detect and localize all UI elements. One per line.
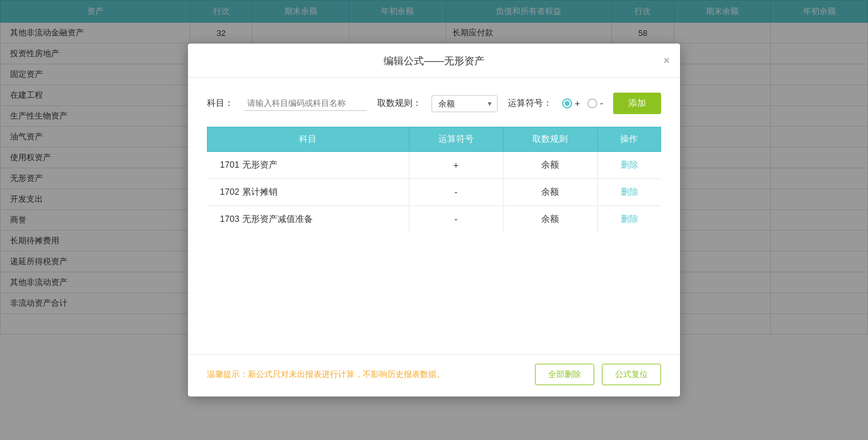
table-row: 1702 累计摊销-余额删除 [208,179,661,206]
modal-body: 科目： 取数规则： 余额 借方发生额 贷方发生额 ▼ 运算符号： + [188,78,680,354]
delete-row-link[interactable]: 删除 [621,159,638,170]
modal-close-button[interactable]: × [663,55,670,66]
table-header-subject: 科目 [208,127,409,152]
formula-action: 删除 [597,152,660,179]
modal-header: 编辑公式——无形资产 × [188,43,680,78]
formula-action: 删除 [597,179,660,206]
formula-operator: - [409,179,503,206]
table-row: 1703 无形资产减值准备-余额删除 [208,206,661,233]
table-header-action: 操作 [597,127,660,152]
hint-text: 温馨提示：新公式只对未出报表进行计算，不影响历史报表数据。 [207,369,445,380]
radio-plus-label: + [575,98,580,108]
rule-select-wrap: 余额 借方发生额 贷方发生额 ▼ [431,95,498,112]
radio-minus-label: - [600,98,603,108]
delete-row-link[interactable]: 删除 [621,187,638,197]
radio-plus-circle[interactable] [562,98,572,108]
rule-select[interactable]: 余额 借方发生额 贷方发生额 [431,95,498,112]
modal-footer: 温馨提示：新公式只对未出报表进行计算，不影响历史报表数据。 全部删除 公式复位 [188,354,680,397]
formula-subject: 1702 累计摊销 [208,179,409,206]
formula-table: 科目 运算符号 取数规则 操作 1701 无形资产+余额删除1702 累计摊销-… [207,127,661,233]
add-button[interactable]: 添加 [613,93,661,114]
delete-all-button[interactable]: 全部删除 [535,364,594,385]
subject-input[interactable] [243,96,367,111]
formula-rule: 余额 [503,206,598,233]
table-header-operator: 运算符号 [409,127,503,152]
modal-dialog: 编辑公式——无形资产 × 科目： 取数规则： 余额 借方发生额 贷方发生额 ▼ … [188,43,680,397]
formula-subject: 1701 无形资产 [208,152,409,179]
footer-buttons: 全部删除 公式复位 [535,364,661,385]
table-row: 1701 无形资产+余额删除 [208,152,661,179]
formula-action: 删除 [597,206,660,233]
reset-formula-button[interactable]: 公式复位 [602,364,661,385]
operator-radio-group: + - [562,98,603,108]
formula-rule: 余额 [503,152,598,179]
radio-minus-item[interactable]: - [587,98,603,108]
delete-row-link[interactable]: 删除 [621,214,638,224]
formula-rule: 余额 [503,179,598,206]
radio-minus-circle[interactable] [587,98,597,108]
subject-label: 科目： [207,98,233,109]
modal-overlay: 编辑公式——无形资产 × 科目： 取数规则： 余额 借方发生额 贷方发生额 ▼ … [0,0,868,440]
form-row: 科目： 取数规则： 余额 借方发生额 贷方发生额 ▼ 运算符号： + [207,93,661,114]
formula-subject: 1703 无形资产减值准备 [208,206,409,233]
modal-title: 编辑公式——无形资产 [384,55,484,68]
formula-operator: - [409,206,503,233]
table-header-rule: 取数规则 [503,127,598,152]
formula-operator: + [409,152,503,179]
rule-label: 取数规则： [377,98,421,109]
radio-plus-item[interactable]: + [562,98,580,108]
operator-label: 运算符号： [508,98,552,109]
